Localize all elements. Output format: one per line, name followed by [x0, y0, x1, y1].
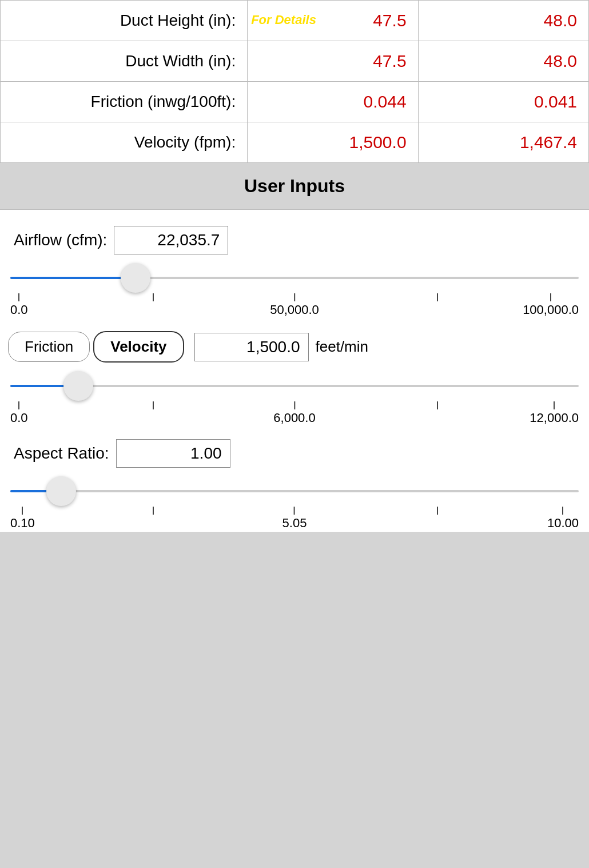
airflow-tick-q3	[437, 293, 438, 302]
duct-height-value2: 48.0	[418, 1, 588, 41]
user-inputs-header: User Inputs	[0, 163, 589, 210]
velocity-tick-mid: 6,000.0	[273, 401, 315, 425]
aspect-ratio-label: Aspect Ratio:	[14, 444, 109, 463]
velocity-slider-container: 0.0 6,000.0 12,000.0	[0, 367, 589, 427]
friction-row: Friction (inwg/100ft): 0.044 0.041	[1, 82, 589, 122]
friction-button[interactable]: Friction	[8, 332, 90, 362]
airflow-tick-min: 0.0	[10, 293, 28, 317]
ar-tick-q1	[153, 507, 154, 516]
velocity-tick-max: 12,000.0	[530, 401, 579, 425]
duct-height-label: Duct Height (in):	[1, 1, 248, 41]
constraint-row: Friction Velocity feet/min	[0, 318, 589, 367]
airflow-input[interactable]	[114, 226, 228, 254]
airflow-tick-mid: 50,000.0	[270, 293, 319, 317]
ar-tick-min: 0.10	[10, 507, 35, 531]
duct-width-row: Duct Width (in): 47.5 48.0	[1, 41, 589, 82]
duct-width-value2: 48.0	[418, 41, 588, 82]
velocity-tick-q3	[437, 401, 438, 411]
friction-label: Friction (inwg/100ft):	[1, 82, 248, 122]
airflow-slider-track-wrapper[interactable]	[10, 264, 579, 292]
airflow-slider-track	[10, 277, 579, 279]
ar-tick-q3	[437, 507, 438, 516]
velocity-value2: 1,467.4	[418, 122, 588, 163]
results-table: Duct Height (in): CLICK HERE For Details…	[0, 0, 589, 163]
airflow-tick-q1	[153, 293, 154, 302]
velocity-slider-thumb[interactable]	[63, 371, 93, 401]
aspect-ratio-slider-thumb[interactable]	[46, 476, 76, 506]
velocity-unit: feet/min	[316, 338, 369, 356]
airflow-row: Airflow (cfm):	[0, 210, 589, 259]
airflow-tick-max: 100,000.0	[523, 293, 579, 317]
velocity-row: Velocity (fpm): 1,500.0 1,467.4	[1, 122, 589, 163]
velocity-slider-track-wrapper[interactable]	[10, 372, 579, 400]
airflow-label: Airflow (cfm):	[14, 231, 107, 249]
airflow-ticks: 0.0 50,000.0 100,000.0	[10, 293, 579, 315]
velocity-value1[interactable]: 1,500.0	[248, 122, 418, 163]
airflow-slider-container: 0.0 50,000.0 100,000.0	[0, 259, 589, 318]
velocity-slider-track	[10, 385, 579, 387]
aspect-ratio-ticks: 0.10 5.05 10.00	[10, 507, 579, 528]
friction-value1[interactable]: 0.044	[248, 82, 418, 122]
duct-height-value1[interactable]: CLICK HERE For Details 47.5	[248, 1, 418, 41]
aspect-ratio-slider-track-wrapper[interactable]	[10, 477, 579, 505]
duct-height-row: Duct Height (in): CLICK HERE For Details…	[1, 1, 589, 41]
velocity-button[interactable]: Velocity	[93, 331, 184, 363]
velocity-tick-q1	[153, 401, 154, 411]
aspect-ratio-input[interactable]	[116, 439, 230, 468]
inputs-area: Airflow (cfm): 0.0 50,000.0	[0, 210, 589, 532]
duct-width-value1[interactable]: 47.5	[248, 41, 418, 82]
click-here-overlay: CLICK HERE For Details	[251, 3, 316, 27]
velocity-ticks: 0.0 6,000.0 12,000.0	[10, 401, 579, 423]
ar-tick-mid: 5.05	[282, 507, 307, 531]
click-here-line1: CLICK HERE	[258, 3, 316, 13]
aspect-ratio-slider-container: 0.10 5.05 10.00	[0, 472, 589, 532]
velocity-tick-min: 0.0	[10, 401, 28, 425]
click-here-line2: For Details	[251, 13, 316, 27]
friction-value2: 0.041	[418, 82, 588, 122]
aspect-ratio-slider-track	[10, 490, 579, 492]
velocity-label: Velocity (fpm):	[1, 122, 248, 163]
bottom-area	[0, 532, 589, 852]
airflow-slider-thumb[interactable]	[121, 263, 150, 293]
duct-width-label: Duct Width (in):	[1, 41, 248, 82]
ar-tick-max: 10.00	[547, 507, 579, 531]
airflow-slider-fill	[10, 277, 136, 279]
velocity-input[interactable]	[194, 333, 309, 361]
aspect-ratio-row: Aspect Ratio:	[0, 427, 589, 472]
